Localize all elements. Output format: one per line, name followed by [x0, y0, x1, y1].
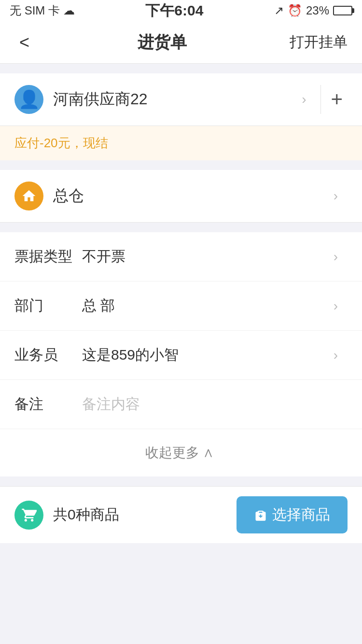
supplier-row[interactable]: 👤 河南供应商22 › +	[0, 73, 362, 126]
invoice-type-row[interactable]: 票据类型 不开票 ›	[0, 232, 362, 281]
collapse-row[interactable]: 收起更多 ∧	[0, 429, 362, 476]
salesman-chevron-icon: ›	[334, 348, 338, 363]
notice-bar: 应付-20元，现结	[0, 126, 362, 160]
remark-row[interactable]: 备注 备注内容	[0, 380, 362, 429]
department-label: 部门	[14, 296, 77, 316]
section-gap-4	[0, 476, 362, 486]
select-product-label: 选择商品	[272, 505, 330, 525]
salesman-row[interactable]: 业务员 这是859的小智 ›	[0, 331, 362, 380]
remark-label: 备注	[14, 394, 77, 414]
location-icon: ↗	[274, 4, 284, 17]
warehouse-icon	[14, 182, 43, 210]
open-pending-button[interactable]: 打开挂单	[290, 32, 348, 52]
section-gap-3	[0, 223, 362, 232]
department-value: 总 部	[77, 296, 334, 316]
select-product-button[interactable]: 选择商品	[237, 496, 348, 533]
page-title: 进货单	[138, 31, 187, 54]
product-count: 共0种商品	[53, 505, 237, 525]
nav-bar: < 进货单 打开挂单	[0, 21, 362, 64]
battery-percent: 23%	[306, 4, 329, 17]
status-time: 下午6:04	[145, 1, 203, 21]
invoice-type-value: 不开票	[77, 247, 334, 266]
status-right: ↗ ⏰ 23%	[274, 4, 352, 17]
salesman-label: 业务员	[14, 345, 77, 365]
status-bar: 无 SIM 卡 ☁ 下午6:04 ↗ ⏰ 23%	[0, 0, 362, 21]
invoice-type-label: 票据类型	[14, 247, 77, 266]
warehouse-row[interactable]: 总仓 ›	[0, 170, 362, 223]
warehouse-name: 总仓	[53, 185, 334, 207]
salesman-value: 这是859的小智	[77, 345, 334, 365]
alarm-icon: ⏰	[288, 4, 302, 17]
divider	[320, 85, 321, 114]
bottom-bar: 共0种商品 选择商品	[0, 486, 362, 543]
page-background	[0, 543, 362, 644]
supplier-section: 👤 河南供应商22 › + 应付-20元，现结	[0, 73, 362, 160]
notice-text: 应付-20元，现结	[14, 136, 108, 150]
supplier-name: 河南供应商22	[53, 89, 302, 110]
collapse-label: 收起更多 ∧	[145, 444, 214, 462]
department-row[interactable]: 部门 总 部 ›	[0, 281, 362, 331]
remark-value: 备注内容	[77, 394, 348, 414]
supplier-chevron-icon: ›	[302, 92, 306, 107]
form-section: 票据类型 不开票 › 部门 总 部 › 业务员 这是859的小智 › 备注 备注…	[0, 232, 362, 476]
warehouse-section: 总仓 ›	[0, 170, 362, 223]
supplier-avatar: 👤	[14, 85, 43, 114]
product-icon	[14, 501, 43, 530]
battery-icon	[333, 6, 352, 15]
status-left: 无 SIM 卡 ☁	[10, 3, 75, 18]
section-gap-2	[0, 160, 362, 170]
invoice-type-chevron-icon: ›	[334, 249, 338, 265]
add-supplier-button[interactable]: +	[326, 88, 348, 111]
warehouse-chevron-icon: ›	[334, 188, 338, 204]
section-gap-1	[0, 64, 362, 73]
department-chevron-icon: ›	[334, 298, 338, 314]
back-button[interactable]: <	[14, 28, 34, 57]
person-icon: 👤	[18, 89, 40, 110]
